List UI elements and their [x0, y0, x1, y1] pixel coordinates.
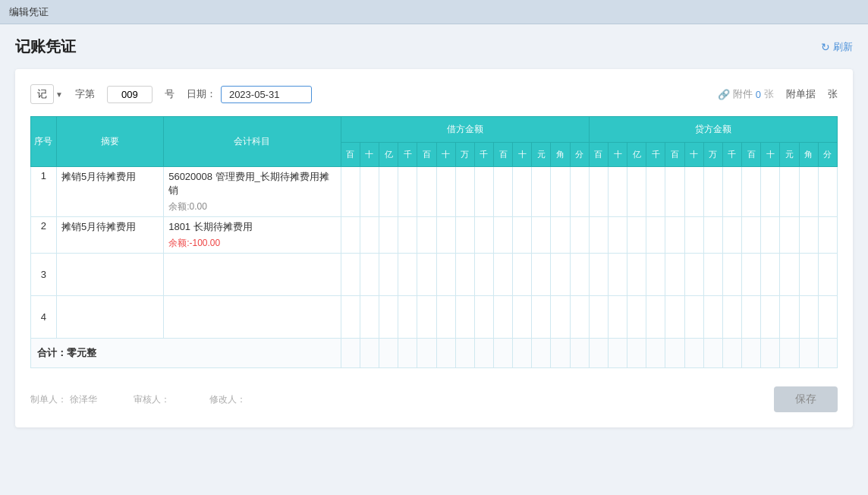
r1-c9[interactable] — [742, 167, 761, 217]
r1-d11[interactable] — [532, 167, 551, 217]
attachment-label[interactable]: 附件 — [733, 87, 753, 101]
fudanjv-label[interactable]: 附单据 — [786, 87, 816, 101]
r3-c5[interactable] — [665, 254, 684, 296]
r2-d13[interactable] — [570, 217, 589, 254]
r3-c7[interactable] — [703, 254, 722, 296]
voucher-type-value[interactable]: 记 — [30, 84, 54, 104]
r1-d13[interactable] — [570, 167, 589, 217]
r3-d8[interactable] — [474, 254, 493, 296]
r4-c1[interactable] — [589, 296, 608, 339]
r2-d11[interactable] — [532, 217, 551, 254]
r3-d9[interactable] — [494, 254, 513, 296]
r2-d3[interactable] — [379, 217, 398, 254]
r1-d9[interactable] — [494, 167, 513, 217]
r3-c6[interactable] — [684, 254, 703, 296]
r2-d12[interactable] — [551, 217, 570, 254]
r4-d4[interactable] — [398, 296, 417, 339]
r3-d12[interactable] — [551, 254, 570, 296]
r3-c10[interactable] — [761, 254, 780, 296]
r2-d7[interactable] — [455, 217, 474, 254]
r4-c5[interactable] — [665, 296, 684, 339]
r1-d4[interactable] — [398, 167, 417, 217]
r2-d1[interactable] — [341, 217, 360, 254]
r1-c13[interactable] — [818, 167, 837, 217]
r3-c3[interactable] — [627, 254, 646, 296]
row-summary-4[interactable] — [56, 296, 163, 339]
voucher-number-input[interactable] — [107, 86, 153, 103]
r1-d10[interactable] — [513, 167, 532, 217]
r2-c13[interactable] — [818, 217, 837, 254]
r1-d6[interactable] — [436, 167, 455, 217]
r2-c11[interactable] — [780, 217, 799, 254]
r3-d2[interactable] — [360, 254, 379, 296]
r4-d5[interactable] — [417, 296, 436, 339]
r2-c6[interactable] — [684, 217, 703, 254]
r3-d11[interactable] — [532, 254, 551, 296]
r3-c12[interactable] — [799, 254, 818, 296]
r4-c4[interactable] — [646, 296, 665, 339]
row-account-1[interactable]: 56020008 管理费用_长期待摊费用摊销 余额:0.00 — [164, 167, 341, 217]
r1-d8[interactable] — [474, 167, 493, 217]
r3-c11[interactable] — [780, 254, 799, 296]
r2-d4[interactable] — [398, 217, 417, 254]
r2-d10[interactable] — [513, 217, 532, 254]
r2-c9[interactable] — [742, 217, 761, 254]
r4-d11[interactable] — [532, 296, 551, 339]
r1-c8[interactable] — [722, 167, 741, 217]
r4-c11[interactable] — [780, 296, 799, 339]
r3-c8[interactable] — [722, 254, 741, 296]
row-summary-3[interactable] — [56, 254, 163, 296]
r2-d9[interactable] — [494, 217, 513, 254]
r1-c2[interactable] — [608, 167, 627, 217]
row-summary-1[interactable]: 摊销5月待摊费用 — [56, 167, 163, 217]
r2-d6[interactable] — [436, 217, 455, 254]
row-summary-2[interactable]: 摊销5月待摊费用 — [56, 217, 163, 254]
r2-c1[interactable] — [589, 217, 608, 254]
r2-c8[interactable] — [722, 217, 741, 254]
r2-c4[interactable] — [646, 217, 665, 254]
r1-c7[interactable] — [703, 167, 722, 217]
r3-d10[interactable] — [513, 254, 532, 296]
r4-d1[interactable] — [341, 296, 360, 339]
r4-c7[interactable] — [703, 296, 722, 339]
r4-d13[interactable] — [570, 296, 589, 339]
r3-d5[interactable] — [417, 254, 436, 296]
r3-c1[interactable] — [589, 254, 608, 296]
row-account-2[interactable]: 1801 长期待摊费用 余额:-100.00 — [164, 217, 341, 254]
r2-c3[interactable] — [627, 217, 646, 254]
r3-d3[interactable] — [379, 254, 398, 296]
r2-c12[interactable] — [799, 217, 818, 254]
r3-c2[interactable] — [608, 254, 627, 296]
r3-d13[interactable] — [570, 254, 589, 296]
r1-c12[interactable] — [799, 167, 818, 217]
r4-d7[interactable] — [455, 296, 474, 339]
r3-d7[interactable] — [455, 254, 474, 296]
r1-d12[interactable] — [551, 167, 570, 217]
r4-d2[interactable] — [360, 296, 379, 339]
r3-d6[interactable] — [436, 254, 455, 296]
date-input[interactable] — [221, 86, 312, 103]
r3-c13[interactable] — [818, 254, 837, 296]
r1-c11[interactable] — [780, 167, 799, 217]
r4-d8[interactable] — [474, 296, 493, 339]
r3-d4[interactable] — [398, 254, 417, 296]
r1-c1[interactable] — [589, 167, 608, 217]
r3-d1[interactable] — [341, 254, 360, 296]
r2-c2[interactable] — [608, 217, 627, 254]
r1-c10[interactable] — [761, 167, 780, 217]
r2-d2[interactable] — [360, 217, 379, 254]
r1-d5[interactable] — [417, 167, 436, 217]
r1-c6[interactable] — [684, 167, 703, 217]
voucher-type-dropdown-icon[interactable]: ▼ — [55, 90, 63, 99]
r2-d5[interactable] — [417, 217, 436, 254]
r4-c6[interactable] — [684, 296, 703, 339]
r2-d8[interactable] — [474, 217, 493, 254]
r4-d6[interactable] — [436, 296, 455, 339]
r4-c2[interactable] — [608, 296, 627, 339]
save-button[interactable]: 保存 — [774, 386, 838, 412]
refresh-button[interactable]: ↻ 刷新 — [821, 40, 853, 54]
row-account-4[interactable] — [164, 296, 341, 339]
r4-c9[interactable] — [742, 296, 761, 339]
r4-c12[interactable] — [799, 296, 818, 339]
r3-c9[interactable] — [742, 254, 761, 296]
